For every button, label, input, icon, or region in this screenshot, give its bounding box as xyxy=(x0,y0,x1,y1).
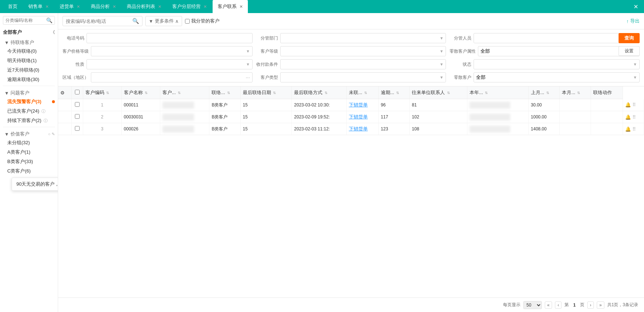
info-icon-declining: ⓘ xyxy=(44,118,48,123)
close-sales-tab[interactable]: ✕ xyxy=(45,4,49,9)
filter-customer-level-select[interactable]: ▼ xyxy=(280,46,446,56)
more-icon-2[interactable]: ⠿ xyxy=(632,126,636,132)
th-this-year[interactable]: 本年... ⇅ xyxy=(467,86,528,99)
nav-home[interactable]: 首页 xyxy=(3,0,23,13)
cell-check-2[interactable] xyxy=(71,123,83,135)
th-last-contact-date[interactable]: 最后联络日期 ⇅ xyxy=(241,86,292,99)
cell-contact-2: 15 xyxy=(241,123,292,135)
filter-scatter-attr: 零散客户属性 全部 ▼ xyxy=(450,46,640,56)
more-icon-1[interactable]: ⠿ xyxy=(632,114,636,120)
nav-customer-tier[interactable]: 客户分层经营 ✕ xyxy=(167,0,212,13)
th-contact-count[interactable]: 联络... ⇅ xyxy=(209,86,241,99)
more-icon-0[interactable]: ⠿ xyxy=(632,102,636,108)
th-gear[interactable]: ⚙ xyxy=(58,86,71,99)
th-this-month[interactable]: 本月... ⇅ xyxy=(560,86,591,99)
sidebar-item-today-contact[interactable]: 今天待联络(0) xyxy=(0,46,58,56)
filter-region-label: 区域（地区） xyxy=(63,74,89,81)
cell-check-0[interactable] xyxy=(71,99,83,111)
filter-dept-select[interactable]: ▼ xyxy=(280,33,446,43)
sidebar-item-overdue-contact[interactable]: 逾期未联络(30) xyxy=(0,75,58,84)
filter-manager-select[interactable]: ··· xyxy=(474,33,640,43)
th-type[interactable]: 客户... ⇅ xyxy=(160,86,209,99)
th-actions: 联络动作 xyxy=(591,86,623,99)
section-label-pending: 待联络客户 xyxy=(11,39,34,46)
th-overdue[interactable]: 逾期... ⇅ xyxy=(378,86,410,99)
th-code[interactable]: 客户编码 ⇅ xyxy=(83,86,121,99)
filter-payment-select[interactable]: ▼ xyxy=(280,59,446,69)
filter-region: 区域（地区） ··· xyxy=(63,72,253,82)
contact-icon-0[interactable]: 🔔 xyxy=(625,102,631,108)
sidebar-item-ungrouped[interactable]: 未分组(32) xyxy=(0,138,58,147)
sidebar-item-tomorrow-contact[interactable]: 明天待联络(1) xyxy=(0,56,58,65)
select-all-checkbox[interactable] xyxy=(75,90,80,94)
filter-customer-type-select[interactable]: ▼ xyxy=(280,72,446,82)
nav-customer-contact[interactable]: 客户联系 ✕ xyxy=(213,0,248,13)
close-product-list-tab[interactable]: ✕ xyxy=(158,4,161,9)
sidebar-item-week-contact[interactable]: 近7天待联络(0) xyxy=(0,65,58,75)
cell-year-0: 30.00 xyxy=(528,99,560,111)
nav-purchase[interactable]: 进货单 ✕ xyxy=(55,0,85,13)
window-close-button[interactable]: ✕ xyxy=(631,3,641,10)
sidebar-item-declining[interactable]: 持续下滑客户(2) ⓘ xyxy=(0,116,58,125)
toolbar-search-input[interactable] xyxy=(66,19,130,24)
toolbar-search-icon[interactable]: 🔍 xyxy=(132,18,139,24)
nav-product-analysis[interactable]: 商品分析 ✕ xyxy=(86,0,121,13)
th-checkbox[interactable] xyxy=(71,86,83,99)
cell-check-1[interactable] xyxy=(71,111,83,123)
close-customer-tier-tab[interactable]: ✕ xyxy=(204,4,207,9)
close-product-analysis-tab[interactable]: ✕ xyxy=(113,4,116,9)
section-pending-contact[interactable]: ▼ 待联络客户 xyxy=(0,37,58,46)
cell-method-1[interactable]: 下销货单 xyxy=(346,111,378,123)
filter-nature-select[interactable]: ▼ xyxy=(86,59,253,69)
th-name[interactable]: 客户名称 ⇅ xyxy=(121,86,160,99)
filter-status-select[interactable]: ▼ xyxy=(474,59,640,69)
sidebar-all-customers[interactable]: 全部客户 《 xyxy=(0,28,58,37)
th-last-month[interactable]: 上月... ⇅ xyxy=(528,86,560,99)
sidebar-search-input[interactable] xyxy=(5,18,46,23)
contact-icon-2[interactable]: 🔔 xyxy=(625,126,631,132)
nav-product-list[interactable]: 商品分析列表 ✕ xyxy=(122,0,166,13)
filter-phone-input[interactable] xyxy=(86,33,253,43)
per-page-select[interactable]: 50 100 200 xyxy=(523,301,542,309)
chevron-down-dept: ▼ xyxy=(439,36,443,40)
sidebar-item-churned[interactable]: 已流失客户(24) ⓘ xyxy=(0,106,58,116)
close-purchase-tab[interactable]: ✕ xyxy=(77,4,80,9)
dots-region[interactable]: ··· xyxy=(246,74,250,80)
filter-phone-label: 电话号码 xyxy=(63,35,84,41)
th-contact-person[interactable]: 往来单位联系人 ⇅ xyxy=(410,86,467,99)
sidebar-item-class-a[interactable]: A类客户(1) xyxy=(0,147,58,157)
filter-retail-select[interactable]: 全部 ▼ xyxy=(474,72,640,82)
filter-region-select[interactable]: ··· xyxy=(91,72,253,82)
chevron-down-status: ▼ xyxy=(633,62,637,66)
cell-method-0[interactable]: 下销货单 xyxy=(346,99,378,111)
filter-panel: 电话号码 分管部门 ▼ 分管人员 ··· xyxy=(58,29,644,86)
filter-scatter-attr-select[interactable]: 全部 ▼ xyxy=(478,46,640,56)
contact-icon-1[interactable]: 🔔 xyxy=(625,114,631,120)
prev-page-button[interactable]: ‹ xyxy=(555,301,562,309)
filter-row-3: 性质 ▼ 收付款条件 ▼ 状态 xyxy=(63,59,640,69)
query-button[interactable]: 查询 xyxy=(619,33,640,43)
settings-button[interactable]: 设置 xyxy=(619,46,640,56)
sidebar-item-churn-warning[interactable]: 流失预警客户(3) xyxy=(0,97,58,106)
nav-sales[interactable]: 销售单 ✕ xyxy=(23,0,54,13)
last-page-button[interactable]: » xyxy=(597,301,604,309)
my-customers-checkbox[interactable] xyxy=(185,19,190,24)
export-button[interactable]: ↑ 导出 xyxy=(627,18,640,24)
close-customer-contact-tab[interactable]: ✕ xyxy=(240,4,243,9)
section-problem-customers[interactable]: ▼ 问题客户 xyxy=(0,88,58,97)
filter-price-level-select[interactable]: ▼ xyxy=(91,46,253,56)
my-customers-checkbox-label[interactable]: 我分管的客户 xyxy=(185,18,220,24)
section-value-customers[interactable]: ▼ 价值客户 ○ ✎ xyxy=(0,129,58,138)
th-last-contact-method[interactable]: 最后联络方式 ⇅ xyxy=(292,86,346,99)
next-page-button[interactable]: › xyxy=(587,301,594,309)
cell-method-2[interactable]: 下销货单 xyxy=(346,123,378,135)
first-page-button[interactable]: « xyxy=(545,301,552,309)
th-unlisted[interactable]: 未联... ⇅ xyxy=(346,86,378,99)
more-conditions-button[interactable]: ▼ 更多条件 ∧ xyxy=(145,16,182,26)
cell-overdue-0: 81 xyxy=(410,99,467,111)
sidebar-item-class-b[interactable]: B类客户(33) xyxy=(0,157,58,166)
filter-nature: 性质 ▼ xyxy=(63,59,253,69)
sidebar-item-class-c[interactable]: C类客户(6) xyxy=(0,166,58,176)
cell-gear-2 xyxy=(58,123,71,135)
total-records: 共1页，3条记录 xyxy=(607,302,638,308)
